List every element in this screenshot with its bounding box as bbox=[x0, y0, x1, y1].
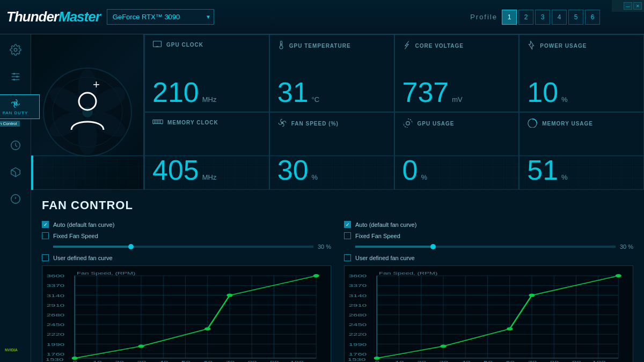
core-voltage-value: 737 bbox=[402, 78, 449, 106]
profile-button-4[interactable]: 4 bbox=[552, 10, 567, 25]
svg-text:2450: 2450 bbox=[349, 322, 367, 327]
svg-text:Fan Speed, (RPM): Fan Speed, (RPM) bbox=[379, 271, 437, 275]
history-icon bbox=[10, 139, 21, 154]
svg-text:0: 0 bbox=[375, 360, 380, 362]
profile-button-5[interactable]: 5 bbox=[568, 10, 583, 25]
svg-text:3140: 3140 bbox=[47, 293, 65, 298]
fan-slider-value-1: 30 % bbox=[318, 243, 331, 250]
svg-text:10: 10 bbox=[395, 360, 404, 362]
fan-option-fixed-2: Fixed Fan Speed bbox=[344, 232, 633, 239]
profile-button-6[interactable]: 6 bbox=[585, 10, 600, 25]
header: ThunderMaster GeForce RTX™ 3090 ▼ Profil… bbox=[0, 0, 644, 34]
svg-text:90: 90 bbox=[572, 360, 581, 362]
svg-text:2910: 2910 bbox=[47, 302, 65, 307]
svg-text:2910: 2910 bbox=[349, 302, 367, 307]
stat-card-gpu-clock: GPU CLOCK 210 MHz bbox=[144, 34, 269, 112]
mem-usage-label: MEMORY USAGE bbox=[542, 121, 593, 127]
sidebar: FAN DUTY Fan Control bbox=[0, 34, 31, 362]
svg-text:2680: 2680 bbox=[47, 313, 65, 317]
fan-panel-1: Auto (default fan curve) Fixed Fan Speed… bbox=[42, 221, 331, 362]
svg-point-6 bbox=[13, 78, 15, 80]
fan-user-checkbox-2[interactable] bbox=[344, 254, 351, 261]
main-content: FAN CONTROL Auto (default fan curve) Fix… bbox=[31, 190, 644, 362]
stat-header-mem-usage: MEMORY USAGE bbox=[527, 118, 636, 129]
fan-user-checkbox-1[interactable] bbox=[42, 254, 49, 261]
svg-text:3600: 3600 bbox=[47, 274, 65, 278]
power-icon bbox=[527, 40, 536, 51]
fan-auto-checkbox-1[interactable] bbox=[42, 221, 49, 228]
logo-thunder: Thunder bbox=[6, 9, 58, 25]
svg-point-64 bbox=[138, 345, 144, 348]
fan-slider-2[interactable] bbox=[355, 246, 616, 248]
gpu-clock-unit: MHz bbox=[202, 95, 217, 104]
fan-chart-svg-1: 3600 3370 3140 2910 2680 2450 2220 1990 … bbox=[45, 270, 326, 362]
svg-point-0 bbox=[14, 48, 17, 51]
fan-auto-label-1: Auto (default fan curve) bbox=[53, 221, 114, 228]
core-voltage-unit: mV bbox=[452, 95, 463, 104]
fan-icon bbox=[11, 99, 20, 109]
fan-slider-thumb-1 bbox=[128, 244, 134, 249]
core-voltage-value-row: 737 mV bbox=[402, 78, 511, 106]
fan-auto-checkbox-2[interactable] bbox=[344, 221, 351, 228]
gear-icon bbox=[10, 44, 21, 58]
gpu-usage-icon bbox=[402, 118, 413, 129]
cube-icon bbox=[10, 166, 21, 181]
minimize-button[interactable]: — bbox=[624, 2, 632, 10]
fan-slider-value-2: 30 % bbox=[620, 243, 633, 250]
profile-button-2[interactable]: 2 bbox=[518, 10, 533, 25]
power-usage-label: POWER USAGE bbox=[540, 43, 587, 49]
svg-text:0: 0 bbox=[73, 360, 78, 362]
svg-point-116 bbox=[507, 327, 513, 330]
fan-speed-icon bbox=[277, 118, 287, 129]
gpu-select-input[interactable]: GeForce RTX™ 3090 bbox=[107, 9, 214, 25]
gpu-temp-value: 31 bbox=[277, 78, 309, 106]
fan-slider-track-1 bbox=[53, 246, 131, 248]
sidebar-item-settings[interactable] bbox=[3, 39, 28, 63]
sidebar-item-history[interactable] bbox=[3, 134, 28, 159]
power-usage-value: 10 bbox=[527, 78, 558, 106]
info-icon bbox=[10, 193, 21, 208]
fan-panel-2: Auto (default fan curve) Fixed Fan Speed… bbox=[344, 221, 633, 362]
svg-point-118 bbox=[616, 274, 621, 277]
gpu-selector[interactable]: GeForce RTX™ 3090 ▼ bbox=[107, 9, 214, 25]
fan-duty-button[interactable]: FAN DUTY bbox=[0, 94, 40, 119]
fan-duty-label: FAN DUTY bbox=[3, 110, 28, 115]
gpu-clock-label: GPU CLOCK bbox=[166, 42, 203, 48]
svg-text:1760: 1760 bbox=[349, 351, 367, 356]
svg-line-9 bbox=[11, 169, 15, 172]
svg-text:3370: 3370 bbox=[349, 283, 367, 288]
fan-slider-1[interactable] bbox=[53, 246, 313, 248]
svg-marker-29 bbox=[405, 41, 409, 49]
svg-text:40: 40 bbox=[159, 360, 169, 362]
svg-text:3140: 3140 bbox=[349, 293, 367, 298]
fan-slider-thumb-2 bbox=[430, 244, 436, 249]
fan-fixed-label-2: Fixed Fan Speed bbox=[355, 233, 400, 239]
svg-point-24 bbox=[79, 93, 96, 110]
svg-text:60: 60 bbox=[506, 360, 515, 362]
svg-text:2450: 2450 bbox=[47, 322, 65, 327]
svg-text:2220: 2220 bbox=[349, 332, 367, 337]
sidebar-item-info[interactable] bbox=[3, 188, 28, 212]
logo-master: Master bbox=[58, 9, 100, 25]
svg-point-66 bbox=[226, 293, 232, 297]
svg-text:Fan Speed, (RPM): Fan Speed, (RPM) bbox=[77, 271, 135, 275]
profile-button-3[interactable]: 3 bbox=[535, 10, 550, 25]
svg-text:1990: 1990 bbox=[349, 342, 367, 346]
fan-fixed-checkbox-2[interactable] bbox=[344, 232, 351, 239]
memory-clock-icon bbox=[152, 118, 163, 127]
close-button[interactable]: ✕ bbox=[633, 2, 642, 10]
profile-button-1[interactable]: 1 bbox=[502, 10, 517, 25]
svg-point-4 bbox=[13, 72, 15, 75]
stat-card-power-usage: POWER USAGE 10 % bbox=[519, 34, 644, 112]
svg-text:1760: 1760 bbox=[47, 351, 65, 356]
fan-fixed-checkbox-1[interactable] bbox=[42, 232, 49, 239]
sidebar-item-3d[interactable] bbox=[3, 161, 28, 186]
svg-point-117 bbox=[529, 293, 535, 297]
fan-option-auto-1: Auto (default fan curve) bbox=[42, 221, 331, 228]
sidebar-item-tuning[interactable] bbox=[3, 65, 28, 90]
fan-duty-item[interactable]: FAN DUTY Fan Control bbox=[0, 94, 40, 119]
svg-point-5 bbox=[16, 76, 18, 78]
power-usage-value-row: 10 % bbox=[527, 78, 636, 106]
svg-text:70: 70 bbox=[528, 360, 537, 362]
svg-text:90: 90 bbox=[270, 360, 279, 362]
